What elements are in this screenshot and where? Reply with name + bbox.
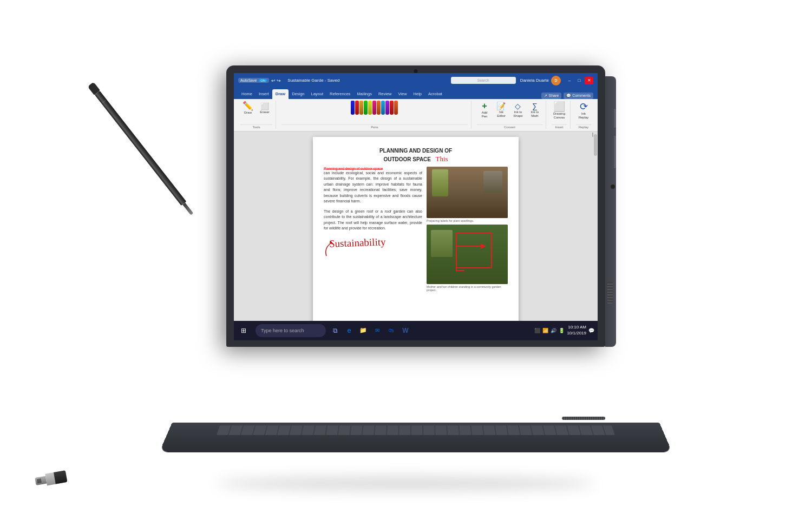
pens-group-label: Pens xyxy=(281,124,468,129)
power-button[interactable] xyxy=(614,109,616,128)
right-speaker xyxy=(607,282,613,304)
handwritten-this: This xyxy=(435,155,448,163)
search-text: Type here to search xyxy=(261,328,304,333)
replay-icon: ⟳ xyxy=(580,102,588,111)
eraser-tool-button[interactable]: ⬜ Eraser xyxy=(257,102,272,115)
pen-yellow[interactable] xyxy=(368,101,372,115)
doc-title-line2: OUTDOOR SPACE xyxy=(383,156,431,162)
main-background: AutoSave ON ↩ ↪ Sustainable Garde - Save… xyxy=(0,0,812,520)
undo-redo-buttons[interactable]: ↩ ↪ xyxy=(271,78,281,83)
eraser-icon: ⬜ xyxy=(260,103,269,110)
ribbon-group-tools: ✏️ Draw ⬜ Eraser Tools xyxy=(237,101,276,129)
usb-cap xyxy=(54,470,67,484)
tab-design[interactable]: Design xyxy=(289,89,307,99)
tab-review[interactable]: Review xyxy=(375,89,395,99)
screen-display[interactable]: AutoSave ON ↩ ↪ Sustainable Garde - Save… xyxy=(234,73,598,340)
draw-label: Draw xyxy=(244,111,252,115)
doc-body-text2: The design of a green roof or a roof gar… xyxy=(324,209,422,232)
tab-insert[interactable]: Insert xyxy=(256,89,272,99)
pen-colors xyxy=(351,101,398,115)
ribbon-tabs-row: Home Insert Draw Design Layout Reference… xyxy=(234,88,598,99)
tab-references[interactable]: References xyxy=(326,89,353,99)
laptop-outer: AutoSave ON ↩ ↪ Sustainable Garde - Save… xyxy=(172,65,659,455)
document-page: PLANNING AND DESIGN OF OUTDOOR SPACE Thi… xyxy=(313,137,519,340)
notification-icon[interactable]: ⬛ xyxy=(534,328,540,333)
tab-home[interactable]: Home xyxy=(238,89,256,99)
ribbon-group-replay: ⟳ InkReplay Replay xyxy=(573,101,594,129)
image-garden xyxy=(427,225,508,284)
insert-group-label: Insert xyxy=(552,124,567,129)
draw-tool-button[interactable]: ✏️ Draw xyxy=(240,101,256,116)
edge-icon[interactable]: e xyxy=(343,325,355,337)
tab-help[interactable]: Help xyxy=(410,89,425,99)
pen-orange[interactable] xyxy=(359,101,363,115)
pen-brown[interactable] xyxy=(377,101,381,115)
pen-red2[interactable] xyxy=(390,101,394,115)
insert-buttons: ⬜ DrawingCanvas xyxy=(552,101,567,121)
taskview-button[interactable]: ⧉ xyxy=(329,325,341,337)
action-center-icon[interactable]: 💬 xyxy=(588,328,594,333)
ribbon-group-pens: Pens xyxy=(278,101,472,129)
tab-mailings[interactable]: Mailings xyxy=(353,89,375,99)
autosave-toggle[interactable]: ON xyxy=(259,79,267,82)
image-seedlings xyxy=(427,167,508,218)
close-button[interactable]: ✕ xyxy=(585,77,593,84)
tab-draw[interactable]: Draw xyxy=(272,89,289,99)
svg-rect-0 xyxy=(456,233,492,268)
pen-light-blue[interactable] xyxy=(381,101,385,115)
canvas-icon: ⬜ xyxy=(553,102,565,111)
pen-red[interactable] xyxy=(355,101,359,115)
document-area: ▲ PLANNING AND DESIGN OF OUTDOOR SPACE T… xyxy=(234,131,598,340)
volume-buttons[interactable] xyxy=(614,136,616,168)
doc-title-line1: PLANNING AND DESIGN OF xyxy=(324,148,508,154)
add-pen-button[interactable]: + AddPen xyxy=(477,101,492,120)
ink-replay-button[interactable]: ⟳ InkReplay xyxy=(576,101,591,121)
maximize-button[interactable]: □ xyxy=(575,77,584,84)
draw-icon: ✏️ xyxy=(243,102,253,110)
tab-view[interactable]: View xyxy=(395,89,410,99)
comments-icon: 💬 xyxy=(566,94,571,98)
taskbar-right-area: ⬛ 📶 🔊 🔋 10:10 AM 10/1/2019 💬 xyxy=(534,325,598,336)
volume-icon[interactable]: 🔊 xyxy=(551,328,556,333)
drawing-canvas-button[interactable]: ⬜ DrawingCanvas xyxy=(552,101,567,121)
ink-editor-button[interactable]: 📝 InkEditor xyxy=(494,101,509,119)
date-display: 10/1/2019 xyxy=(567,331,586,336)
comments-button[interactable]: 💬 Comments xyxy=(564,93,593,99)
usb-body xyxy=(45,470,67,485)
pen-blue[interactable] xyxy=(351,101,355,115)
search-placeholder: Search xyxy=(477,78,489,82)
pen-green[interactable] xyxy=(364,101,368,115)
redo-button[interactable]: ↪ xyxy=(277,78,281,83)
svg-marker-2 xyxy=(481,243,486,249)
undo-button[interactable]: ↩ xyxy=(271,78,276,83)
store-icon[interactable]: 🛍 xyxy=(385,325,397,337)
stylus-pen xyxy=(88,82,195,216)
start-button[interactable]: ⊞ xyxy=(234,321,253,340)
pen-pink[interactable] xyxy=(372,101,376,115)
image2-caption: Mother and her children standing in a co… xyxy=(427,285,508,292)
vertical-scrollbar[interactable] xyxy=(593,131,598,340)
doc-content-area: Planning and design of outdoor space can… xyxy=(324,167,508,292)
fingerprint-sensor[interactable] xyxy=(611,185,615,189)
ink-to-math-button[interactable]: ∑ Ink toMath xyxy=(527,101,542,119)
scrollbar-thumb[interactable] xyxy=(594,134,597,156)
taskbar-search-bar[interactable]: Type here to search xyxy=(256,324,326,337)
ink-to-shape-button[interactable]: ◇ Ink toShape xyxy=(510,101,526,119)
word-taskbar-icon[interactable]: W xyxy=(400,325,411,337)
explorer-icon[interactable]: 📁 xyxy=(357,325,369,337)
share-label: Share xyxy=(548,94,559,97)
title-search-box[interactable]: Search xyxy=(451,77,516,84)
pen-purple[interactable] xyxy=(385,101,389,115)
mail-icon[interactable]: ✉ xyxy=(371,325,383,337)
tab-layout[interactable]: Layout xyxy=(307,89,326,99)
minimize-button[interactable]: – xyxy=(565,77,574,84)
share-button[interactable]: ↗ Share xyxy=(541,93,561,99)
eraser-label: Eraser xyxy=(260,110,270,114)
tools-group-label: Tools xyxy=(240,124,272,129)
taskbar: ⊞ Type here to search ⧉ e 📁 ✉ 🛍 W xyxy=(234,321,598,340)
convert-group-label: Convert xyxy=(477,124,542,129)
tab-acrobat[interactable]: Acrobat xyxy=(425,89,446,99)
tools-buttons: ✏️ Draw ⬜ Eraser xyxy=(240,101,272,116)
pen-vermillion[interactable] xyxy=(394,101,398,115)
ink-math-icon: ∑ xyxy=(532,102,538,110)
